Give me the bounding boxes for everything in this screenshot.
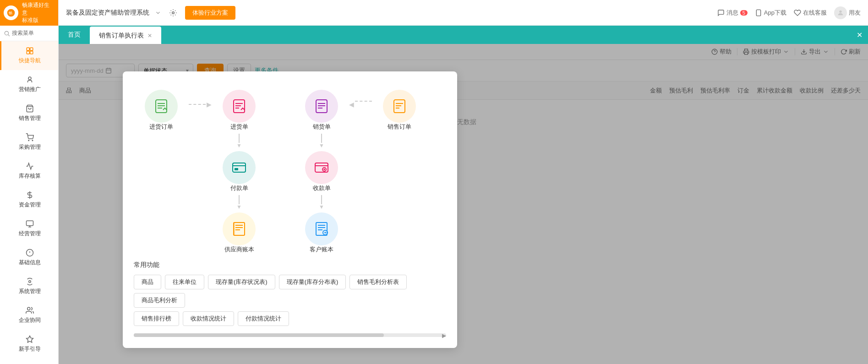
modal-scrollbar[interactable]: ▶ bbox=[134, 333, 446, 337]
flow-col-purchase: 进货单 ▼ bbox=[212, 90, 267, 254]
flow-down-arrow-payment: ▼ bbox=[236, 195, 242, 210]
svg-rect-45 bbox=[234, 223, 245, 235]
main-area: 装备及固定资产辅助管理系统 体验行业方案 消息 5 App下载 bbox=[59, 0, 868, 364]
svg-rect-6 bbox=[27, 51, 29, 54]
flow-circle-purchase bbox=[223, 90, 256, 123]
svg-rect-42 bbox=[233, 163, 246, 172]
svg-rect-13 bbox=[27, 221, 33, 226]
func-btn-product[interactable]: 商品 bbox=[134, 275, 161, 289]
flow-label-sales-order: 销售订单 bbox=[388, 123, 411, 131]
flow-down-arrow-purchase: ▼ bbox=[236, 134, 242, 148]
system-title: 装备及固定资产辅助管理系统 bbox=[66, 9, 149, 17]
message-badge: 5 bbox=[740, 10, 748, 16]
flow-arrow-1: ▶ bbox=[189, 90, 212, 108]
func-btn-party[interactable]: 往来单位 bbox=[165, 275, 204, 289]
logo-icon: 畅 bbox=[4, 5, 18, 20]
sidebar-item-basic-info[interactable]: 基础信息 bbox=[0, 243, 58, 272]
sidebar-item-label: 库存核算 bbox=[19, 172, 41, 180]
flow-down-arrow-receipt: ▼ bbox=[319, 195, 324, 210]
sidebar-item-collaboration[interactable]: 企业协同 bbox=[0, 301, 58, 330]
svg-text:畅: 畅 bbox=[9, 11, 12, 15]
flow-circle-sales-order bbox=[383, 90, 416, 123]
user-label: 用友 bbox=[849, 9, 861, 17]
flow-down-arrow-sales: ▼ bbox=[319, 134, 324, 148]
flow-label-supplier-ledger: 供应商账本 bbox=[224, 245, 254, 254]
svg-marker-21 bbox=[27, 336, 33, 342]
sidebar-item-label: 经营管理 bbox=[19, 230, 41, 238]
sidebar-nav: 快捷导航 营销推广 销售管理 采购管理 库存核算 资金管理 bbox=[0, 41, 58, 364]
flow-grid: 进货订单 ▶ bbox=[134, 82, 446, 261]
scrollbar-arrow[interactable]: ▶ bbox=[442, 332, 446, 339]
flow-node-sales[interactable]: 销货单 bbox=[294, 90, 349, 131]
user-avatar bbox=[834, 6, 847, 19]
flow-modal: 进货订单 ▶ bbox=[123, 71, 457, 348]
svg-point-10 bbox=[28, 140, 29, 141]
tab-close-icon[interactable]: ✕ bbox=[147, 33, 152, 39]
flow-node-receipt[interactable]: 收款单 bbox=[294, 151, 349, 192]
sidebar-item-purchase[interactable]: 采购管理 bbox=[0, 128, 58, 157]
svg-rect-23 bbox=[756, 10, 760, 16]
func-btn-collection-stats[interactable]: 收款情况统计 bbox=[183, 311, 234, 326]
close-all-tabs[interactable]: ✕ bbox=[857, 31, 863, 39]
app-download-item[interactable]: App下载 bbox=[755, 9, 786, 17]
flow-arrow-2: ◀ bbox=[349, 90, 372, 108]
sidebar-item-label: 营销推广 bbox=[19, 86, 41, 93]
func-btn-sales-margin[interactable]: 销售毛利分析表 bbox=[349, 275, 407, 289]
flow-node-sales-order[interactable]: 销售订单 bbox=[372, 90, 427, 131]
svg-rect-4 bbox=[27, 48, 29, 50]
sidebar-item-marketing[interactable]: 营销推广 bbox=[0, 70, 58, 99]
sidebar-item-label: 资金管理 bbox=[19, 201, 41, 209]
modal-overlay: 进货订单 ▶ bbox=[59, 44, 868, 364]
tab-home-label: 首页 bbox=[68, 31, 81, 39]
settings-icon[interactable] bbox=[167, 6, 180, 19]
app-download-label: App下载 bbox=[764, 9, 786, 17]
func-btn-sales-ranking[interactable]: 销售排行榜 bbox=[134, 311, 179, 326]
svg-point-2 bbox=[5, 31, 8, 35]
flow-node-payment[interactable]: 付款单 bbox=[212, 151, 267, 192]
flow-circle-receipt bbox=[305, 151, 338, 184]
sidebar-item-quick-nav[interactable]: 快捷导航 bbox=[0, 41, 58, 70]
flow-node-purchase[interactable]: 进货单 bbox=[212, 90, 267, 131]
flow-circle-payment bbox=[223, 151, 256, 184]
message-label: 消息 bbox=[726, 9, 738, 17]
sidebar-item-guide[interactable]: 新手引导 bbox=[0, 330, 58, 359]
svg-point-8 bbox=[28, 77, 31, 80]
flow-node-customer-ledger[interactable]: 客户账本 bbox=[294, 212, 349, 254]
svg-point-20 bbox=[27, 307, 30, 310]
func-btn-inventory-dist[interactable]: 现存量(库存分布表) bbox=[279, 275, 346, 289]
flow-node-supplier-ledger[interactable]: 供应商账本 bbox=[212, 212, 267, 254]
sidebar-item-management[interactable]: 经营管理 bbox=[0, 214, 58, 243]
sidebar-item-label: 基础信息 bbox=[19, 259, 41, 266]
flow-label-payment: 付款单 bbox=[230, 184, 248, 192]
func-btn-product-margin[interactable]: 商品毛利分析 bbox=[134, 293, 185, 308]
flow-node-purchase-order[interactable]: 进货订单 bbox=[134, 90, 189, 131]
flow-label-sales: 销货单 bbox=[313, 123, 331, 131]
tab-sales-order[interactable]: 销售订单执行表 ✕ bbox=[90, 27, 161, 45]
common-func-btns-row2: 销售排行榜 收款情况统计 付款情况统计 bbox=[134, 311, 446, 326]
common-func-btns: 商品 往来单位 现存量(库存状况表) 现存量(库存分布表) 销售毛利分析表 商品… bbox=[134, 275, 446, 308]
sidebar-item-system[interactable]: 系统管理 bbox=[0, 272, 58, 301]
tab-home[interactable]: 首页 bbox=[59, 26, 90, 44]
svg-rect-49 bbox=[233, 223, 235, 235]
flow-col-sales: 销货单 ▼ bbox=[294, 90, 349, 254]
svg-rect-5 bbox=[30, 48, 33, 50]
user-item[interactable]: 用友 bbox=[834, 6, 861, 19]
system-dropdown[interactable] bbox=[155, 10, 161, 16]
online-service-item[interactable]: 在线客服 bbox=[794, 9, 827, 17]
message-item[interactable]: 消息 5 bbox=[717, 9, 748, 17]
search-menu-label: 搜索菜单 bbox=[12, 29, 34, 37]
svg-point-22 bbox=[172, 11, 175, 14]
svg-point-11 bbox=[32, 140, 33, 141]
sidebar-item-label: 销售管理 bbox=[19, 114, 41, 122]
sidebar-item-finance[interactable]: 资金管理 bbox=[0, 185, 58, 214]
sidebar-item-inventory[interactable]: 库存核算 bbox=[0, 157, 58, 185]
experience-btn[interactable]: 体验行业方案 bbox=[185, 6, 235, 20]
flow-label-receipt: 收款单 bbox=[313, 184, 331, 192]
flow-circle-purchase-order bbox=[145, 90, 178, 123]
sidebar-search[interactable]: 搜索菜单 bbox=[0, 26, 58, 41]
logo-text: 畅康通好生意 标准版 bbox=[22, 1, 55, 24]
func-btn-inventory-status[interactable]: 现存量(库存状况表) bbox=[208, 275, 275, 289]
func-btn-payment-stats[interactable]: 付款情况统计 bbox=[238, 311, 289, 326]
flow-circle-sales bbox=[305, 90, 338, 123]
sidebar-item-sales[interactable]: 销售管理 bbox=[0, 99, 58, 128]
